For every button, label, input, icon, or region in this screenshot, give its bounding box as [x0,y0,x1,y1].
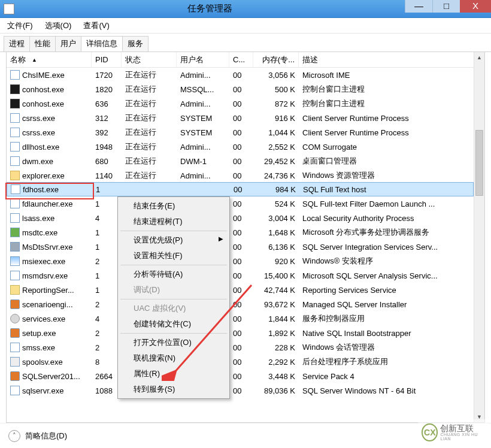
watermark-logo: CX [422,423,438,441]
cell-cpu: 00 [229,240,253,254]
cell-memory: 3,448 K [253,369,299,383]
cell-description: Microsoft SQL Server Analysis Servic... [299,268,474,283]
process-icon [10,242,20,252]
tab-processes[interactable]: 进程 [4,36,30,52]
context-goto-service[interactable]: 转到服务(S) [119,382,228,397]
process-icon [10,228,20,237]
context-open-location[interactable]: 打开文件位置(O) [119,335,228,350]
cell-pid: 1820 [92,82,122,96]
scrollbar-thumb[interactable] [475,130,483,196]
table-row[interactable]: SQLServer201...2664正在运行Admini...003,448 … [7,369,474,383]
header-user[interactable]: 用户名 [177,52,229,67]
process-icon [10,171,20,180]
vertical-scrollbar[interactable]: ▲ ▼ [474,52,484,422]
table-row[interactable]: msmdsrv.exe10015,400 KMicrosoft SQL Serv… [7,268,474,283]
scroll-up-button[interactable]: ▲ [474,52,484,63]
menu-view[interactable]: 查看(V) [80,19,113,32]
cell-description: Microsoft IME [299,68,474,82]
table-row[interactable]: dllhost.exe1948正在运行Admini...002,552 KCOM… [7,140,474,154]
cell-cpu: 00 [229,82,253,96]
menu-options[interactable]: 选项(O) [41,19,75,32]
header-name[interactable]: 名称▲ [7,52,92,67]
process-icon [11,184,20,194]
context-online-search[interactable]: 联机搜索(N) [119,350,228,366]
table-row[interactable]: msdtc.exe1001,648 KMicrosoft 分布式事务处理协调器服… [7,225,474,240]
close-button[interactable]: X [460,0,491,13]
header-memory[interactable]: 内存(专... [253,52,299,67]
cell-cpu: 00 [229,96,253,111]
tab-services[interactable]: 服务 [122,36,148,52]
table-row[interactable]: smss.exe200228 KWindows 会话管理器 [7,340,474,355]
cell-user: Admini... [177,68,229,82]
cell-description: 桌面窗口管理器 [299,154,474,168]
context-set-affinity[interactable]: 设置相关性(F) [119,248,228,264]
context-analyze-wait[interactable]: 分析等待链(A) [119,267,228,282]
context-separator [120,265,227,265]
table-row[interactable]: msiexec.exe200920 KWindows® 安装程序 [7,254,474,268]
context-set-priority[interactable]: 设置优先级(P)▶ [119,232,228,248]
brief-info-link[interactable]: 简略信息(D) [25,431,67,441]
cell-user: SYSTEM [177,111,229,125]
cell-description: 控制台窗口主进程 [299,96,474,111]
minimize-button[interactable]: — [405,0,432,13]
process-icon [10,142,20,152]
cell-memory: 1,892 K [253,326,299,340]
cell-pid: 680 [92,154,122,168]
cell-user: Admini... [177,140,229,154]
cell-description: Native SQL Install Bootstrapper [299,326,474,340]
table-row[interactable]: csrss.exe312正在运行SYSTEM00916 KClient Serv… [7,111,474,125]
cell-memory: 984 K [254,183,299,196]
process-icon [10,156,20,166]
table-row[interactable]: conhost.exe1820正在运行MSSQL...00500 K控制台窗口主… [7,82,474,96]
cell-memory: 29,452 K [253,154,299,168]
tab-details[interactable]: 详细信息 [81,36,123,52]
table-row[interactable]: scenarioengi...20093,672 KManaged SQL Se… [7,297,474,311]
table-row[interactable]: setup.exe2001,892 KNative SQL Install Bo… [7,326,474,340]
cell-description: 后台处理程序子系统应用 [299,355,474,369]
collapse-icon[interactable]: ˄ [8,430,20,442]
table-row[interactable]: ReportingSer...10042,744 KReporting Serv… [7,283,474,297]
tab-performance[interactable]: 性能 [29,36,56,52]
context-end-task[interactable]: 结束任务(E) [119,198,228,214]
table-row[interactable]: dwm.exe680正在运行DWM-10029,452 K桌面窗口管理器 [7,154,474,168]
header-pid[interactable]: PID [92,52,122,67]
table-row[interactable]: lsass.exe4003,004 KLocal Security Author… [7,211,474,225]
cell-name: scenarioengi... [22,300,73,309]
header-cpu[interactable]: C... [229,52,253,67]
cell-pid: 392 [92,125,122,140]
table-row[interactable]: explorer.exe1140正在运行Admini...0024,736 KW… [7,168,474,183]
cell-state: 正在运行 [122,125,177,140]
table-row[interactable]: services.exe4001,844 K服务和控制器应用 [7,311,474,326]
cell-memory: 228 K [253,340,299,355]
context-uac-virtualization: UAC 虚拟化(V) [119,301,228,316]
table-row[interactable]: sqlservr.exe1088正在运行MSSQL0089,036 KSQL S… [7,383,474,398]
table-row[interactable]: MsDtsSrvr.exe1006,136 KSQL Server Integr… [7,240,474,254]
watermark: CX 创新互联 CHUANG XIN HU LIAN [418,419,489,446]
cell-name: MsDtsSrvr.exe [22,243,73,252]
context-properties[interactable]: 属性(R) [119,366,228,382]
table-row[interactable]: csrss.exe392正在运行SYSTEM001,044 KClient Se… [7,125,474,140]
header-description[interactable]: 描述 [299,52,474,67]
cell-user: Admini... [177,168,229,183]
context-end-tree[interactable]: 结束进程树(T) [119,214,228,229]
table-row[interactable]: fdhost.exe100984 KSQL Full Text host [7,182,474,196]
table-row[interactable]: spoolsv.exe8002,292 K后台处理程序子系统应用 [7,355,474,369]
tab-users[interactable]: 用户 [55,36,81,52]
process-icon [10,285,20,295]
cell-state: 正在运行 [122,168,177,183]
maximize-button[interactable]: □ [432,0,460,13]
process-icon [10,386,20,395]
process-icon [10,99,20,108]
process-icon [10,113,20,123]
menu-file[interactable]: 文件(F) [4,19,37,32]
header-state[interactable]: 状态 [122,52,177,67]
cell-memory: 872 K [253,96,299,111]
table-row[interactable]: ChsIME.exe1720正在运行Admini...003,056 KMicr… [7,68,474,82]
cell-state: 正在运行 [122,96,177,111]
process-icon [10,343,20,352]
cell-cpu: 00 [229,140,253,154]
cell-name: services.exe [22,314,65,323]
context-create-dump[interactable]: 创建转储文件(C) [119,316,228,332]
table-row[interactable]: fdlauncher.exe100524 KSQL Full-text Filt… [7,196,474,211]
table-row[interactable]: conhost.exe636正在运行Admini...00872 K控制台窗口主… [7,96,474,111]
